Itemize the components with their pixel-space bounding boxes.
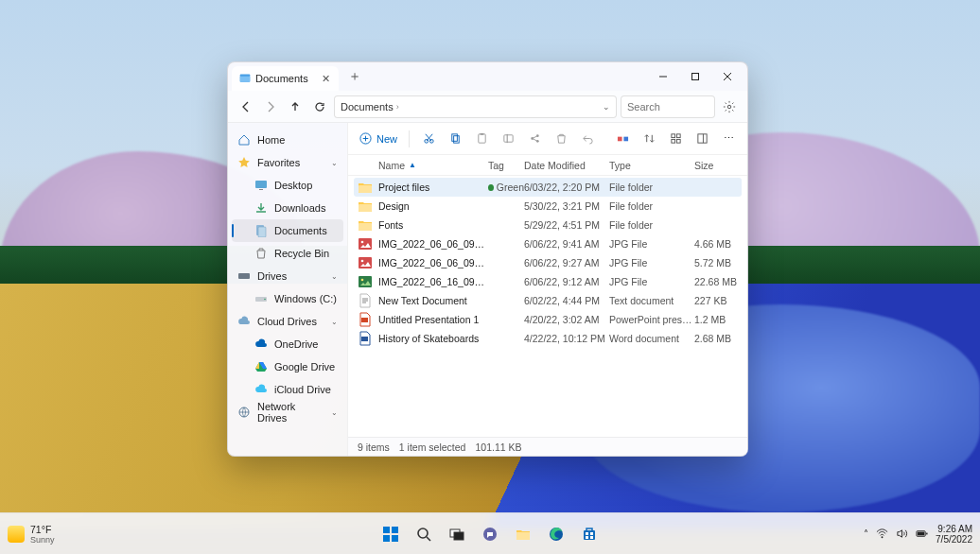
file-row[interactable]: New Text Document6/02/22, 4:44 PMText do… (354, 291, 742, 310)
settings-button[interactable] (719, 96, 740, 117)
details-pane-button[interactable] (691, 128, 713, 150)
svg-rect-13 (238, 273, 250, 279)
taskbar-weather[interactable]: 71°F Sunny (0, 524, 55, 545)
tab-close-icon[interactable]: ✕ (319, 73, 333, 85)
more-button[interactable]: ⋯ (717, 128, 740, 150)
column-size[interactable]: Size (694, 160, 740, 171)
file-name: Fonts (378, 219, 488, 231)
sidebar-item-onedrive[interactable]: OneDrive (232, 333, 343, 355)
undo-button[interactable] (576, 128, 599, 150)
file-row[interactable]: IMG_2022_06_06_09_276/06/22, 9:27 AMJPG … (354, 253, 742, 272)
close-button[interactable] (711, 63, 744, 90)
taskbar-explorer-button[interactable] (509, 520, 537, 548)
file-type: File folder (609, 219, 694, 231)
svg-rect-44 (359, 276, 372, 287)
file-row[interactable]: Fonts5/29/22, 4:51 PMFile folder (354, 216, 742, 234)
back-button[interactable] (236, 94, 256, 120)
breadcrumb-dropdown-icon[interactable]: ⌄ (603, 102, 610, 112)
breadcrumb[interactable]: Documents › ⌄ (334, 95, 617, 118)
sidebar-item-home[interactable]: Home (232, 129, 343, 151)
svg-point-64 (882, 536, 884, 538)
svg-rect-50 (383, 535, 390, 542)
sidebar-item-desktop[interactable]: Desktop (232, 174, 343, 197)
new-button[interactable]: New (356, 128, 401, 150)
tags-button[interactable] (611, 128, 634, 150)
sort-button[interactable] (638, 128, 660, 150)
svg-rect-49 (392, 527, 398, 533)
sidebar-item-network[interactable]: Network Drives⌄ (232, 401, 343, 424)
minimize-button[interactable] (647, 63, 679, 90)
sidebar-item-drives[interactable]: Drives⌄ (232, 265, 343, 287)
file-row[interactable]: History of Skateboards4/22/22, 10:12 PMW… (354, 329, 742, 348)
sidebar-item-icloud[interactable]: iCloud Drive (232, 378, 343, 401)
file-row[interactable]: Untitled Presentation 14/20/22, 3:02 AMP… (354, 310, 742, 329)
svg-rect-22 (478, 134, 484, 143)
divider (409, 130, 410, 147)
chevron-down-icon[interactable]: ⌄ (331, 159, 338, 167)
taskbar-edge-button[interactable] (542, 520, 570, 548)
file-row[interactable]: Project filesGreen6/03/22, 2:20 PMFile f… (354, 178, 742, 197)
taskbar[interactable]: 71°F Sunny ˄ 9:26 AM 7/5/2022 (0, 512, 980, 554)
refresh-button[interactable] (309, 94, 330, 120)
svg-rect-63 (590, 536, 593, 539)
share-button[interactable] (523, 128, 546, 150)
column-type[interactable]: Type (609, 160, 694, 171)
breadcrumb-item[interactable]: Documents (341, 101, 394, 113)
star-icon (237, 156, 251, 169)
svg-rect-61 (590, 532, 593, 535)
chevron-down-icon[interactable]: ⌄ (331, 318, 338, 326)
forward-button[interactable] (260, 94, 281, 120)
taskbar-search-button[interactable] (410, 520, 438, 548)
cut-button[interactable] (417, 128, 440, 150)
sidebar-item-recycle[interactable]: Recycle Bin (232, 242, 343, 265)
drive-icon (237, 269, 251, 283)
battery-icon[interactable] (916, 528, 928, 540)
svg-rect-67 (926, 533, 927, 535)
copy-button[interactable] (444, 128, 466, 150)
sidebar-item-favorites[interactable]: Favorites⌄ (232, 151, 343, 174)
sidebar-item-windows-c[interactable]: Windows (C:) (232, 287, 343, 310)
taskbar-clock[interactable]: 9:26 AM 7/5/2022 (936, 524, 972, 545)
search-box[interactable] (621, 95, 715, 118)
column-name[interactable]: Name▲ (356, 160, 488, 171)
taskbar-chat-button[interactable] (476, 520, 504, 548)
sidebar-item-documents[interactable]: Documents (232, 219, 343, 242)
column-tag[interactable]: Tag (488, 160, 524, 171)
view-button[interactable] (664, 128, 687, 150)
paste-button[interactable] (470, 128, 493, 150)
file-row[interactable]: Design5/30/22, 3:21 PMFile folder (354, 197, 742, 216)
tray-chevron-icon[interactable]: ˄ (864, 528, 868, 539)
system-tray[interactable]: ˄ 9:26 AM 7/5/2022 (864, 524, 980, 545)
wifi-icon[interactable] (876, 528, 888, 540)
titlebar[interactable]: Documents ✕ ＋ (228, 62, 747, 91)
start-button[interactable] (376, 520, 405, 548)
window-tab[interactable]: Documents ✕ (232, 66, 339, 91)
column-date[interactable]: Date Modified (524, 160, 609, 171)
chevron-right-icon[interactable]: › (396, 102, 399, 112)
maximize-button[interactable] (679, 63, 711, 90)
svg-line-53 (427, 537, 430, 541)
file-date: 4/22/22, 10:12 PM (524, 333, 609, 344)
file-type: PowerPoint presentation (609, 314, 694, 325)
chevron-down-icon[interactable]: ⌄ (331, 272, 338, 281)
sidebar-item-downloads[interactable]: Downloads (232, 197, 343, 219)
chevron-down-icon[interactable]: ⌄ (331, 408, 338, 417)
volume-icon[interactable] (896, 528, 908, 540)
sidebar-item-cloud[interactable]: Cloud Drives⌄ (232, 310, 343, 333)
up-button[interactable] (285, 94, 306, 120)
file-type: JPG File (609, 276, 694, 287)
delete-button[interactable] (550, 128, 572, 150)
status-size: 101.11 KB (475, 441, 521, 453)
rename-button[interactable] (497, 128, 519, 150)
network-icon (237, 406, 251, 419)
taskview-button[interactable] (443, 520, 471, 548)
file-type: Word document (609, 333, 694, 344)
new-tab-button[interactable]: ＋ (342, 64, 367, 89)
sidebar-item-gdrive[interactable]: Google Drive (232, 355, 343, 378)
gdrive-icon (254, 360, 268, 373)
file-list[interactable]: Project filesGreen6/03/22, 2:20 PMFile f… (348, 176, 747, 437)
taskbar-store-button[interactable] (575, 520, 604, 548)
tab-title: Documents (255, 73, 308, 84)
file-row[interactable]: IMG_2022_06_06_09_416/06/22, 9:41 AMJPG … (354, 234, 742, 253)
file-row[interactable]: IMG_2022_06_16_09_126/06/22, 9:12 AMJPG … (354, 272, 742, 291)
